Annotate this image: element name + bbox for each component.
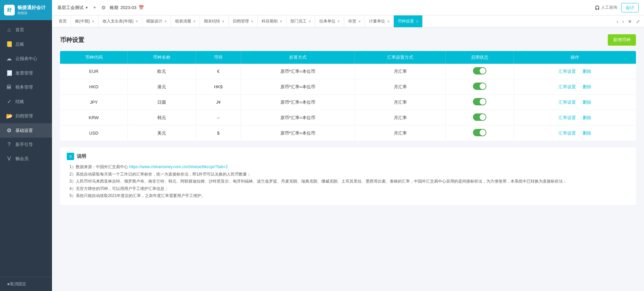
- tab-next-btn[interactable]: ›: [621, 18, 625, 25]
- page-content: 币种设置 新增币种 币种代码 币种名称 币符 折算方式 汇率设置方式 启用状态 …: [52, 28, 644, 291]
- tab-close-unit[interactable]: ×: [387, 19, 389, 24]
- sidebar-logo: 好 畅捷通好会计 旗舰版: [0, 0, 52, 20]
- cell-name-3: 韩元: [128, 110, 196, 126]
- delete-btn-3[interactable]: 删除: [583, 115, 591, 120]
- tab-unit[interactable]: 计量单位×: [365, 15, 394, 28]
- table-row: USD 美元 $ 原币*汇率=本位币 月汇率 汇率设置 删除: [60, 126, 636, 141]
- archive-label: 归档管理: [15, 113, 33, 119]
- rate-settings-btn-3[interactable]: 汇率设置: [558, 115, 576, 120]
- invoice-icon: 🧾: [6, 70, 12, 76]
- tab-currency[interactable]: 币种设置×: [394, 15, 423, 28]
- delete-btn-4[interactable]: 删除: [583, 131, 591, 136]
- tab-close-balance[interactable]: ×: [92, 19, 94, 24]
- tab-period-end[interactable]: 期末结转×: [200, 15, 229, 28]
- tab-close-all-btn[interactable]: ✕: [627, 18, 633, 25]
- sidebar-collapse-btn[interactable]: ◄取消固定: [0, 277, 52, 291]
- tab-close-inventory[interactable]: ×: [358, 19, 361, 24]
- main-area: 基层工会测试 ▾ ＋ ⚙ 账期 2023-03 📅 🎧 人工咨询 会计 首页账(…: [52, 0, 644, 291]
- note-link[interactable]: https://www.chinamoney.com.cn/chinese/bk…: [129, 164, 228, 169]
- company-settings-icon[interactable]: ⚙: [101, 5, 106, 11]
- rate-settings-btn-0[interactable]: 汇率设置: [558, 69, 576, 74]
- toggle-1[interactable]: [473, 83, 486, 90]
- note-list: 1）数据来源：中国外汇交易中心 https://www.chinamoney.c…: [67, 163, 629, 200]
- cell-symbol-3: --: [196, 110, 241, 126]
- cell-toggle-2[interactable]: [446, 95, 514, 110]
- tab-close-archive[interactable]: ×: [251, 19, 253, 24]
- note-item-4: 5）系统只能自动抓取2021年度后的汇率，之前年度汇率需要用户手工维护。: [69, 192, 629, 200]
- cell-code-3: KRW: [60, 110, 128, 126]
- tab-balance[interactable]: 账(中期)×: [71, 15, 99, 28]
- settings-label: 基础设置: [15, 128, 33, 134]
- tab-close-dept[interactable]: ×: [309, 19, 311, 24]
- toggle-2[interactable]: [473, 98, 486, 105]
- calendar-icon: 📅: [139, 5, 144, 10]
- tab-contacts[interactable]: 往来单位×: [315, 15, 344, 28]
- tab-close-template[interactable]: ×: [164, 19, 167, 24]
- sidebar-item-member[interactable]: V 畅会员: [0, 152, 52, 166]
- tab-close-currency[interactable]: ×: [416, 19, 418, 24]
- tax-label: 税务管理: [15, 84, 33, 90]
- cell-actions-1: 汇率设置 删除: [514, 79, 636, 95]
- tab-close-tax[interactable]: ×: [193, 19, 196, 24]
- col-enabled: 启用状态: [446, 51, 514, 64]
- tab-label-income: 收入支出表(年报): [103, 18, 133, 24]
- sidebar-item-checkout[interactable]: ✓ 结账: [0, 94, 52, 109]
- member-icon: V: [6, 156, 12, 162]
- user-role-btn[interactable]: 会计: [621, 3, 639, 12]
- tab-dept[interactable]: 部门员工×: [286, 15, 315, 28]
- tab-tax[interactable]: 税表清册×: [171, 15, 200, 28]
- cell-rate-type-3: 月汇率: [355, 110, 446, 126]
- sidebar-item-guide[interactable]: ? 新手引导: [0, 138, 52, 152]
- tab-income[interactable]: 收入支出表(年报)×: [99, 15, 142, 28]
- tab-subjects[interactable]: 科目期初×: [258, 15, 286, 28]
- ledger-icon: 📒: [6, 41, 12, 47]
- sidebar-item-archive[interactable]: 📂 归档管理: [0, 109, 52, 123]
- checkout-label: 结账: [15, 99, 24, 105]
- delete-btn-2[interactable]: 删除: [583, 100, 591, 105]
- cell-code-4: USD: [60, 126, 128, 141]
- company-dropdown-icon[interactable]: ▾: [86, 5, 88, 10]
- tab-inventory[interactable]: 存货×: [344, 15, 365, 28]
- tab-label-subjects: 科目期初: [262, 18, 278, 24]
- tab-prev-btn[interactable]: ‹: [615, 18, 620, 25]
- cell-code-0: EUR: [60, 64, 128, 79]
- toggle-3[interactable]: [473, 113, 486, 121]
- help-btn[interactable]: 🎧 人工咨询: [595, 5, 617, 10]
- sidebar-item-ledger[interactable]: 📒 总账: [0, 37, 52, 51]
- tab-close-contacts[interactable]: ×: [337, 19, 340, 24]
- rate-settings-btn-1[interactable]: 汇率设置: [558, 84, 576, 89]
- delete-btn-0[interactable]: 删除: [583, 69, 591, 74]
- sidebar-item-settings[interactable]: ⚙ 基础设置: [0, 123, 52, 138]
- page-header: 币种设置 新增币种: [60, 34, 636, 46]
- tab-close-subjects[interactable]: ×: [280, 19, 282, 24]
- company-name[interactable]: 基层工会测试 ▾: [57, 5, 88, 11]
- tab-close-income[interactable]: ×: [136, 19, 138, 24]
- logo-icon: 好: [4, 5, 15, 15]
- sidebar-item-report[interactable]: ☁ 云报表中心: [0, 51, 52, 66]
- note-item-3: 4）无官方牌价的币种，可以用用户手工维护汇率信息；: [69, 185, 629, 193]
- delete-btn-1[interactable]: 删除: [583, 84, 591, 89]
- add-tab-btn[interactable]: ＋: [92, 4, 97, 11]
- cell-toggle-3[interactable]: [446, 110, 514, 126]
- report-label: 云报表中心: [15, 56, 37, 62]
- cell-toggle-4[interactable]: [446, 126, 514, 141]
- rate-settings-btn-2[interactable]: 汇率设置: [558, 100, 576, 105]
- rate-settings-btn-4[interactable]: 汇率设置: [558, 131, 576, 136]
- tab-template[interactable]: 模版设计×: [142, 15, 171, 28]
- sidebar-item-home[interactable]: ⌂ 首页: [0, 23, 52, 37]
- toggle-4[interactable]: [473, 129, 486, 136]
- tab-home[interactable]: 首页: [55, 15, 71, 28]
- tab-close-period-end[interactable]: ×: [222, 19, 224, 24]
- new-currency-btn[interactable]: 新增币种: [608, 34, 636, 46]
- cell-toggle-1[interactable]: [446, 79, 514, 95]
- cell-calc-3: 原币*汇率=本位币: [241, 110, 355, 126]
- cell-toggle-0[interactable]: [446, 64, 514, 79]
- topbar-right: 🎧 人工咨询 会计: [595, 3, 639, 12]
- tab-maximize-btn[interactable]: ⤢: [635, 18, 641, 25]
- sidebar-item-invoice[interactable]: 🧾 发票管理: [0, 66, 52, 80]
- period-selector[interactable]: 账期 2023-03 📅: [110, 5, 144, 11]
- tab-label-unit: 计量单位: [369, 18, 385, 24]
- tab-archive[interactable]: 归档管理×: [229, 15, 258, 28]
- toggle-0[interactable]: [473, 67, 486, 75]
- sidebar-item-tax[interactable]: 🏛 税务管理: [0, 80, 52, 94]
